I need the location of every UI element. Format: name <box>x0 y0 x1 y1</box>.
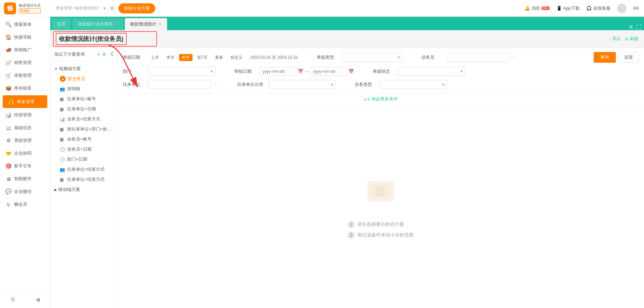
partner-more-btn[interactable]: ··· <box>212 82 218 88</box>
sidebar-item-guide[interactable]: 🎯 新手引导 <box>0 160 50 172</box>
partner-category-label: 往来单位分类 <box>237 82 263 88</box>
wechat-icon: 💬 <box>5 189 11 195</box>
breadcrumb-dropdown-icon[interactable]: ▾ <box>103 6 106 11</box>
sidebar-item-sales[interactable]: 📈 销售管理 <box>0 56 50 69</box>
logo-subtitle: 畅捷通好生意 <box>19 3 41 8</box>
page-title: 收款情况统计(按业务员) <box>56 33 127 45</box>
sidebar-item-marketing[interactable]: 📣 营销推广 <box>0 44 50 56</box>
sp-date-icon: 🕐 <box>60 147 65 152</box>
tab-maximize[interactable]: ⛶ <box>636 24 641 30</box>
sidebar-item-purchase[interactable]: 🛒 采购管理 <box>0 69 50 82</box>
date-shortcut-custom[interactable]: 自定义 <box>228 54 245 61</box>
nav-label-wechat: 企业微信 <box>14 189 32 195</box>
panel-settings-icon[interactable]: ⚙ <box>102 52 106 57</box>
tab-home[interactable]: 首页 <box>52 18 71 30</box>
salesperson-more-btn[interactable]: ··· <box>511 54 517 60</box>
tree-item-label-sp-settlement: 业务员+结算方式 <box>67 116 100 122</box>
header-settings-icon[interactable]: ⚙ <box>110 5 114 11</box>
nav-label-quicknav: 快捷导航 <box>14 34 32 40</box>
tab-close-all[interactable]: ✕ <box>629 24 633 30</box>
notification-btn[interactable]: 🔔 消息 99+ <box>525 5 550 11</box>
tree-group-desktop-header[interactable]: ▼ 电脑端方案 <box>50 64 117 74</box>
tree-item-partner-settlement2[interactable]: ▦ 往来单位+结算方式 <box>50 174 117 185</box>
sidebar-collapse-btn[interactable]: ◀ <box>33 294 42 305</box>
svg-rect-3 <box>376 187 386 189</box>
app-download-label: App下载 <box>563 5 580 11</box>
detail-icon: 👥 <box>60 87 65 92</box>
export-btn[interactable]: ↑ 导出 <box>609 36 621 42</box>
date-shortcut-7days[interactable]: 近7天 <box>195 54 210 61</box>
audit-date-start[interactable] <box>260 67 297 76</box>
tree-item-salesperson-settlement[interactable]: 📊 业务员+结算方式 <box>50 114 117 124</box>
dept-select[interactable] <box>148 67 215 76</box>
audit-date-end[interactable] <box>310 67 347 76</box>
tree-group-mobile-header[interactable]: ▶ 移动端方案 <box>50 185 117 195</box>
breadcrumb: 资金管理 / 收款情况统计 <box>56 5 99 11</box>
search-icon: 🔍 <box>5 21 11 28</box>
salesperson-input[interactable] <box>447 53 509 62</box>
panel-add-btn[interactable]: + <box>97 51 100 57</box>
tree-item-partner-settlement1[interactable]: 👥 往来单位+结算方式 <box>50 164 117 174</box>
sidebar-item-finance[interactable]: 💰 资金管理 <box>3 95 47 108</box>
business-type-label: 业务类型 <box>355 82 375 88</box>
user-name[interactable]: Rit <box>633 6 639 11</box>
query-btn[interactable]: 查询 <box>594 52 616 63</box>
receipts-tab-close[interactable]: ✕ <box>158 22 162 27</box>
bank-tab-close[interactable]: ✕ <box>115 22 118 27</box>
trial-btn[interactable]: 体验行业方案 <box>118 3 155 13</box>
date-shortcut-this-month[interactable]: 本月 <box>164 54 177 61</box>
calendar-icon-start[interactable]: 📅 <box>298 69 303 74</box>
partner-category-select[interactable] <box>269 80 336 89</box>
action-buttons: 查询 设置 <box>594 52 639 63</box>
sidebar-item-wechat[interactable]: 💬 企业微信 <box>0 185 50 198</box>
doc-type-select[interactable] <box>342 53 402 62</box>
panel-actions: + ⚙ 《 <box>97 51 113 57</box>
sidebar-item-operations[interactable]: 📊 经营管理 <box>0 109 50 121</box>
tab-receipts[interactable]: 收款情况统计 ✕ <box>125 18 167 30</box>
business-type-select[interactable] <box>380 80 447 89</box>
tree-item-partner-dept-receipt[interactable]: ▦ 按往来单位+部门+收... <box>50 124 117 134</box>
collapse-bar[interactable]: ∧∧ 收起更多条件 <box>123 93 639 105</box>
doc-status-select[interactable] <box>398 67 465 76</box>
step-num-1: 1 <box>348 221 355 228</box>
doc-status-select-wrapper <box>398 67 465 76</box>
customer-service-btn[interactable]: 🎧 在线客服 <box>586 5 610 11</box>
home-tab-label: 首页 <box>57 21 66 27</box>
sidebar-item-hardware[interactable]: 🖥 智能硬件 <box>0 172 50 185</box>
sidebar-item-inventory[interactable]: 📦 库存核算 <box>0 82 50 95</box>
sidebar-item-quicknav[interactable]: 🏠 快捷导航 <box>0 31 50 44</box>
tab-bank[interactable]: 现金银行流水查询 ✕ <box>72 18 123 30</box>
tree-item-salesperson-date[interactable]: 🕐 业务员+日期 <box>50 144 117 154</box>
tree-item-partner-account[interactable]: ▦ 往来单位+账号 <box>50 94 117 104</box>
tree-item-salesperson-account[interactable]: ▦ 业务员+账号 <box>50 134 117 144</box>
tree-item-by-detail[interactable]: 👥 按明细 <box>50 84 117 94</box>
tree-item-partner-date[interactable]: ▦ 往来单位+日期 <box>50 104 117 114</box>
nav-label-sales: 销售管理 <box>14 60 32 66</box>
date-shortcut-this-year[interactable]: 本年 <box>179 54 193 61</box>
panel-collapse-icon[interactable]: 《 <box>108 51 113 57</box>
sidebar-item-member[interactable]: V 畅会员 <box>0 198 50 211</box>
refresh-btn[interactable]: ↻ 刷新 <box>625 36 639 42</box>
user-avatar[interactable] <box>617 4 627 13</box>
mobile-group-label: 移动端方案 <box>58 187 80 193</box>
sidebar-item-basic[interactable]: 🗂 基础信息 <box>0 121 50 134</box>
step-num-2: 2 <box>348 232 355 239</box>
settings-btn[interactable]: 设置 <box>619 52 639 63</box>
date-shortcut-last-month[interactable]: 上月 <box>148 54 162 61</box>
partner-input[interactable] <box>148 80 211 89</box>
empty-illustration <box>361 174 401 214</box>
sidebar-settings-btn[interactable]: ⚙ <box>8 294 18 305</box>
logo-text-area: 畅捷通好生意 标准版 <box>19 3 41 13</box>
collapse-label: 收起更多条件 <box>372 96 398 102</box>
tree-item-by-salesperson[interactable]: ● 按业务员 <box>50 74 117 84</box>
sidebar-item-system[interactable]: ⚙ 系统管理 <box>0 134 50 147</box>
calendar-icon-end[interactable]: 📅 <box>348 69 354 74</box>
sidebar-item-search[interactable]: 🔍 搜索菜单 <box>0 18 50 31</box>
date-shortcut-more[interactable]: 更多 <box>212 54 226 61</box>
app-download-btn[interactable]: 📱 App下载 <box>556 5 580 11</box>
system-icon: ⚙ <box>5 138 11 144</box>
tree-item-dept-date[interactable]: 🕐 部门+日期 <box>50 154 117 164</box>
date-dash: — <box>305 69 309 74</box>
tree-item-label-dept-date: 部门+日期 <box>67 156 87 162</box>
sidebar-item-collab[interactable]: 🤝 企业协同 <box>0 147 50 160</box>
